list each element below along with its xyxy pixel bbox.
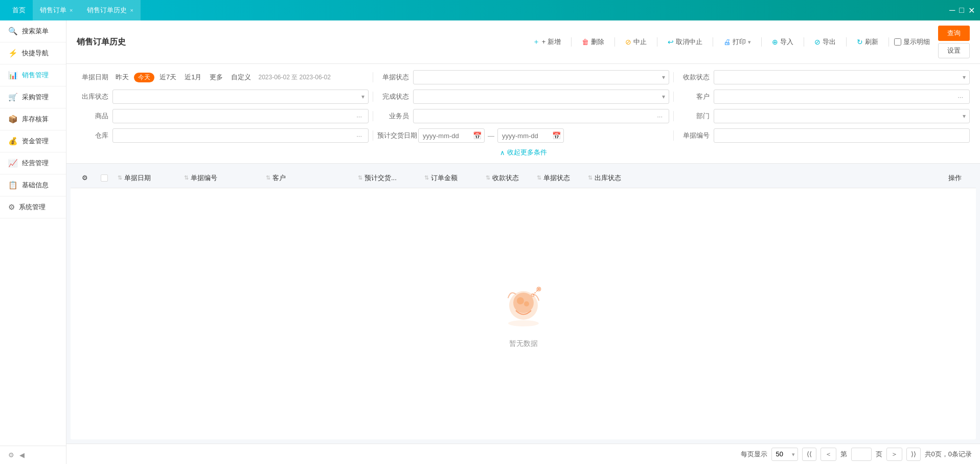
new-icon: ＋: [533, 37, 540, 47]
salesperson-cell: 业务员 ···: [377, 109, 669, 123]
doc-status-select[interactable]: [413, 70, 669, 84]
last-page-btn[interactable]: ⟩⟩: [906, 448, 921, 461]
display-detail-checkbox[interactable]: [894, 38, 901, 46]
filter-row4-divider1: [373, 130, 373, 141]
col-customer[interactable]: ⇅ 客户: [262, 173, 354, 183]
sidebar-item-basic[interactable]: 📋 基础信息: [0, 174, 66, 196]
select-all-checkbox[interactable]: [101, 174, 108, 182]
print-button[interactable]: 🖨 打印 ▾: [718, 35, 756, 49]
cancel-stop-icon: ↩: [668, 38, 674, 46]
warehouse-label: 仓库: [77, 131, 112, 140]
delete-button[interactable]: 🗑 删除: [577, 35, 609, 49]
sidebar-item-business[interactable]: 📈 经营管理: [0, 152, 66, 174]
cancel-stop-button[interactable]: ↩ 取消中止: [663, 35, 708, 49]
display-detail-wrapper: 显示明细: [894, 37, 930, 47]
export-button[interactable]: ⊘ 导出: [809, 35, 841, 49]
setting-button[interactable]: 设置: [938, 43, 970, 58]
custom-btn[interactable]: 自定义: [228, 72, 254, 83]
tab-home[interactable]: 首页: [5, 0, 33, 20]
sidebar-item-quicknav[interactable]: ⚡ 快捷导航: [0, 42, 66, 64]
refresh-label: 刷新: [865, 37, 878, 47]
toolbar-sep-6: [804, 37, 804, 47]
stop-button[interactable]: ⊘ 中止: [620, 35, 652, 49]
tab-sales-history-label: 销售订单历史: [87, 6, 127, 15]
sidebar-item-finance-label: 资金管理: [22, 137, 49, 146]
yesterday-btn[interactable]: 昨天: [112, 72, 132, 83]
first-page-btn[interactable]: ⟨⟨: [802, 448, 816, 461]
warehouse-cell: 仓库 ···: [77, 128, 369, 143]
col-docstatus[interactable]: ⇅ 单据状态: [533, 173, 584, 183]
import-label: 导入: [780, 37, 793, 47]
expected-date-cell: 预计交货日期 📅 — 📅: [377, 128, 669, 143]
refresh-button[interactable]: ↻ 刷新: [852, 35, 883, 49]
customer-ellipsis-icon[interactable]: ···: [955, 93, 965, 101]
docno-cell: 单据编号: [678, 128, 970, 143]
sidebar-item-system[interactable]: ⚙ 系统管理: [0, 196, 66, 218]
goods-ellipsis-icon[interactable]: ···: [354, 113, 364, 120]
tab-home-label: 首页: [12, 6, 26, 15]
col-docno[interactable]: ⇅ 单据编号: [180, 173, 262, 183]
col-docno-label: 单据编号: [191, 173, 217, 183]
docno-input[interactable]: [714, 128, 970, 143]
7days-btn[interactable]: 近7天: [156, 72, 179, 83]
1month-btn[interactable]: 近1月: [181, 72, 204, 83]
sidebar-item-inventory[interactable]: 📦 库存核算: [0, 108, 66, 130]
customer-input-wrapper[interactable]: ···: [714, 90, 970, 104]
tab-sales-history-close[interactable]: ×: [130, 7, 133, 13]
warehouse-input-wrapper[interactable]: ···: [112, 128, 369, 143]
expected-date-start-input[interactable]: [418, 128, 485, 143]
col-delivery[interactable]: ⇅ 预计交货...: [354, 173, 420, 183]
sidebar-item-search[interactable]: 🔍 搜索菜单: [0, 20, 66, 42]
sidebar-settings-icon[interactable]: ⚙: [8, 451, 14, 459]
new-button[interactable]: ＋ + 新增: [528, 35, 566, 49]
complete-status-select-wrapper: ▾: [413, 90, 669, 104]
out-status-select[interactable]: [112, 90, 369, 104]
collapse-btn[interactable]: ∧ 收起更多条件: [77, 148, 970, 157]
doc-status-cell: 单据状态 ▾: [377, 70, 669, 84]
customer-cell: 客户 ···: [678, 90, 970, 104]
col-date[interactable]: ⇅ 单据日期: [113, 173, 180, 183]
sidebar-item-finance[interactable]: 💰 资金管理: [0, 130, 66, 152]
import-button[interactable]: ⊕ 导入: [767, 35, 799, 49]
more-btn[interactable]: 更多: [207, 72, 226, 83]
col-settings[interactable]: ⚙: [75, 174, 95, 182]
tab-sales-order[interactable]: 销售订单 ×: [33, 0, 80, 20]
next-page-btn[interactable]: ＞: [886, 448, 902, 461]
sidebar-item-purchase-label: 采购管理: [22, 93, 49, 102]
window-maximize-icon[interactable]: □: [959, 6, 964, 15]
page-size-wrapper: 50 100 200: [771, 448, 798, 461]
salesperson-ellipsis-icon[interactable]: ···: [655, 113, 665, 120]
window-minimize-icon[interactable]: ─: [949, 6, 955, 15]
tab-sales-history[interactable]: 销售订单历史 ×: [80, 0, 140, 20]
window-close-icon[interactable]: ✕: [968, 6, 975, 15]
prev-page-btn[interactable]: ＜: [821, 448, 836, 461]
page-number-input[interactable]: 1: [851, 448, 872, 461]
col-payment[interactable]: ⇅ 收款状态: [482, 173, 533, 183]
expected-date-inputs: 📅 — 📅: [418, 128, 564, 143]
cancel-stop-label: 取消中止: [676, 37, 702, 47]
salesperson-input-wrapper[interactable]: ···: [413, 109, 669, 123]
sidebar-item-purchase[interactable]: 🛒 采购管理: [0, 86, 66, 108]
col-amount[interactable]: ⇅ 订单金额: [420, 173, 482, 183]
page-size-select[interactable]: 50 100 200: [771, 448, 798, 461]
toolbar-sep-3: [657, 37, 657, 47]
today-btn[interactable]: 今天: [134, 73, 154, 82]
query-button[interactable]: 查询: [938, 26, 970, 41]
svg-point-4: [524, 301, 529, 306]
main-layout: 🔍 搜索菜单 ⚡ 快捷导航 📊 销售管理 🛒 采购管理 📦 库存核算 💰 资金管…: [0, 20, 980, 464]
goods-input-wrapper[interactable]: ···: [112, 109, 369, 123]
tab-sales-order-close[interactable]: ×: [70, 7, 73, 13]
expected-date-end-input[interactable]: [497, 128, 564, 143]
col-customer-icon: ⇅: [266, 174, 270, 181]
empty-text: 暂无数据: [509, 339, 538, 348]
sidebar-collapse-icon[interactable]: ◀: [19, 451, 25, 459]
sidebar-item-sales[interactable]: 📊 销售管理: [0, 64, 66, 86]
complete-status-select[interactable]: [413, 90, 669, 104]
department-select[interactable]: [714, 109, 970, 123]
filter-row2-divider2: [673, 92, 674, 102]
page-suffix-label: 页: [876, 450, 882, 459]
table-footer: 每页显示 50 100 200 ⟨⟨ ＜ 第 1 页 ＞ ⟩⟩ 共0页，0条记录: [66, 444, 980, 464]
warehouse-ellipsis-icon[interactable]: ···: [354, 132, 364, 140]
payment-status-select[interactable]: [714, 70, 970, 84]
col-outstatus[interactable]: ⇅ 出库状态: [584, 173, 635, 183]
